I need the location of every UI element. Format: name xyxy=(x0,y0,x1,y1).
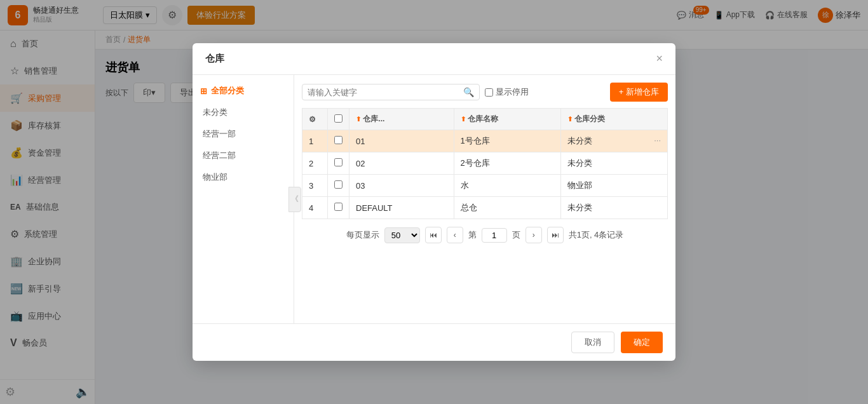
warehouse-modal: 仓库 × ⊞ 全部分类 未分类 经营一部 经营二部 物业部 《 xyxy=(193,43,675,361)
category-all[interactable]: ⊞ 全部分类 xyxy=(193,80,294,102)
table-row[interactable]: 3 03 水 物业部 xyxy=(302,175,668,197)
table-header-row: ⚙ ⬆ 仓库... ⬆ 仓库名称 ⬆ 仓库分类 xyxy=(302,109,668,130)
sort-icon-name: ⬆ xyxy=(461,116,466,123)
category-item-dept2[interactable]: 经营二部 xyxy=(193,145,294,166)
show-disabled-toggle[interactable]: 显示停用 xyxy=(485,86,529,98)
row-cb[interactable] xyxy=(328,152,349,175)
page-unit-label: 页 xyxy=(512,229,520,241)
page-summary: 共1页, 4条记录 xyxy=(569,229,624,241)
modal-body: ⊞ 全部分类 未分类 经营一部 经营二部 物业部 《 🔍 xyxy=(193,75,675,323)
th-checkbox xyxy=(328,109,349,130)
row-checkbox[interactable] xyxy=(334,180,342,189)
modal-header: 仓库 × xyxy=(193,43,675,75)
collapse-panel-button[interactable]: 《 xyxy=(288,187,301,212)
page-next-button[interactable]: › xyxy=(526,227,542,243)
table-row[interactable]: 2 02 2号仓库 未分类 xyxy=(302,152,668,175)
category-panel: ⊞ 全部分类 未分类 经营一部 经营二部 物业部 《 xyxy=(193,75,294,323)
row-name: 总仓 xyxy=(454,197,560,219)
row-category: 未分类 xyxy=(560,197,667,219)
table-body: 1 01 1号仓库 未分类 ··· 2 02 2号仓库 未分类 xyxy=(302,130,668,219)
page-label: 第 xyxy=(468,229,477,241)
select-all-checkbox[interactable] xyxy=(334,114,342,123)
show-disabled-checkbox[interactable] xyxy=(485,88,493,97)
row-num: 4 xyxy=(302,197,328,219)
table-row[interactable]: 4 DEFAULT 总仓 未分类 xyxy=(302,197,668,219)
page-first-button[interactable]: ⏮ xyxy=(425,227,442,243)
row-name: 水 xyxy=(454,175,560,197)
row-category: 物业部 xyxy=(560,175,667,197)
row-checkbox[interactable] xyxy=(334,158,342,166)
modal-close-button[interactable]: × xyxy=(656,52,663,65)
search-icon[interactable]: 🔍 xyxy=(463,87,474,97)
th-settings[interactable]: ⚙ xyxy=(302,109,328,130)
row-category: 未分类 ··· xyxy=(560,130,667,152)
per-page-label: 每页显示 xyxy=(346,229,379,241)
row-cb[interactable] xyxy=(328,175,349,197)
sort-icon-category: ⬆ xyxy=(567,116,573,123)
table-toolbar: 🔍 显示停用 + 新增仓库 xyxy=(302,83,668,102)
per-page-select[interactable]: 50 20 100 xyxy=(384,227,420,243)
row-checkbox[interactable] xyxy=(334,203,342,211)
page-last-button[interactable]: ⏭ xyxy=(547,227,564,243)
confirm-button[interactable]: 确定 xyxy=(621,332,663,353)
row-code: 03 xyxy=(349,175,454,197)
page-number-input[interactable] xyxy=(482,228,507,243)
row-code: DEFAULT xyxy=(349,197,454,219)
row-category: 未分类 xyxy=(560,152,667,175)
sort-icon-code: ⬆ xyxy=(356,116,361,123)
add-warehouse-button[interactable]: + 新增仓库 xyxy=(610,83,668,102)
table-row[interactable]: 1 01 1号仓库 未分类 ··· xyxy=(302,130,668,152)
row-cb[interactable] xyxy=(328,130,349,152)
category-all-label: 全部分类 xyxy=(211,85,244,97)
row-code: 02 xyxy=(349,152,454,175)
category-item-dept1[interactable]: 经营一部 xyxy=(193,123,294,145)
row-num: 1 xyxy=(302,130,328,152)
row-code: 01 xyxy=(349,130,454,152)
row-name: 1号仓库 xyxy=(454,130,560,152)
row-checkbox[interactable] xyxy=(334,136,342,144)
th-category: ⬆ 仓库分类 xyxy=(560,109,667,130)
modal-footer: 取消 确定 xyxy=(193,323,675,361)
th-code: ⬆ 仓库... xyxy=(349,109,454,130)
row-cb[interactable] xyxy=(328,197,349,219)
row-name: 2号仓库 xyxy=(454,152,560,175)
row-num: 2 xyxy=(302,152,328,175)
row-num: 3 xyxy=(302,175,328,197)
pagination: 每页显示 50 20 100 ⏮ ‹ 第 页 › ⏭ 共1页, 4条记录 xyxy=(302,227,668,243)
search-input-wrap[interactable]: 🔍 xyxy=(302,84,480,100)
search-input[interactable] xyxy=(308,88,463,97)
modal-overlay[interactable]: 仓库 × ⊞ 全部分类 未分类 经营一部 经营二部 物业部 《 xyxy=(0,0,868,404)
grid-icon: ⊞ xyxy=(200,86,207,96)
category-item-unclassified[interactable]: 未分类 xyxy=(193,102,294,123)
th-name: ⬆ 仓库名称 xyxy=(454,109,560,130)
cancel-button[interactable]: 取消 xyxy=(571,332,614,353)
page-prev-button[interactable]: ‹ xyxy=(447,227,463,243)
table-panel: 🔍 显示停用 + 新增仓库 ⚙ ⬆ 仓库... xyxy=(294,75,675,323)
warehouse-table: ⚙ ⬆ 仓库... ⬆ 仓库名称 ⬆ 仓库分类 1 01 1号仓库 xyxy=(302,108,668,219)
show-disabled-label: 显示停用 xyxy=(496,86,529,98)
modal-title: 仓库 xyxy=(205,53,224,65)
row-actions[interactable]: ··· xyxy=(654,135,661,145)
category-item-property[interactable]: 物业部 xyxy=(193,166,294,188)
